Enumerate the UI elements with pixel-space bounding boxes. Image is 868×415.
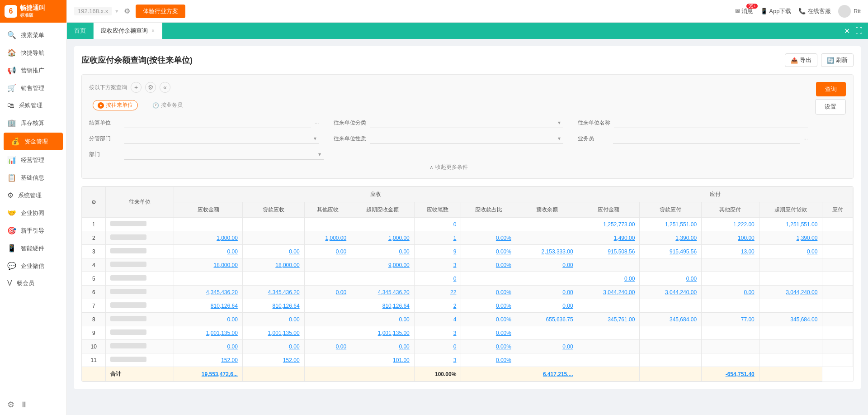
header-gear-icon[interactable]: ⚙	[124, 7, 130, 15]
export-button[interactable]: 📤 导出	[785, 53, 817, 67]
user-avatar-area[interactable]: Rit	[838, 5, 861, 18]
row-yingshou-5[interactable]: 0.00%	[461, 353, 516, 367]
row-yingshou-3[interactable]: 9,000.00	[351, 258, 415, 272]
row-yingshou-5[interactable]: 0.00%	[461, 258, 516, 272]
row-yingshou-3[interactable]: 1,000.00	[351, 231, 415, 245]
row-yingfu-3[interactable]: 0.00	[759, 245, 822, 258]
row-yingshou-4[interactable]: 0	[414, 340, 461, 353]
row-yingshou-3[interactable]: 810,126.64	[351, 299, 415, 313]
row-yingfu-1[interactable]: 345,684.00	[640, 313, 702, 326]
footer-yingfu-total[interactable]: 6,417,215....	[516, 367, 578, 382]
sidebar-item-guide[interactable]: 🎯 新手引导	[0, 222, 66, 239]
row-yingshou-1[interactable]: 18,000.00	[242, 258, 304, 272]
row-yingshou-6[interactable]: 2,153,333.00	[516, 245, 578, 258]
sidebar-item-operations[interactable]: 📊 经营管理	[0, 151, 66, 169]
row-yingshou-4[interactable]: 3	[414, 258, 461, 272]
scheme-by-salesman[interactable]: 🕐 按业务员	[149, 98, 186, 112]
row-yingshou-0[interactable]: 152.00	[174, 353, 243, 367]
row-yingfu-1[interactable]: 0.00	[640, 272, 702, 286]
window-maximize-icon[interactable]: ⛶	[855, 27, 863, 35]
refresh-button[interactable]: 🔄 刷新	[821, 53, 854, 67]
footer-yingfu-extra[interactable]: -654,751.40	[702, 367, 760, 382]
row-yingshou-0[interactable]: 810,126.64	[174, 299, 243, 313]
sidebar-item-quick-nav[interactable]: 🏠 快捷导航	[0, 44, 66, 62]
row-yingshou-3[interactable]: 1,001,135.00	[351, 326, 415, 340]
row-yingfu-0[interactable]: 345,761.00	[578, 313, 640, 326]
tab-home[interactable]: 首页	[67, 23, 94, 39]
row-yingfu-1[interactable]: 1,251,551.00	[640, 218, 702, 231]
row-yingfu-3[interactable]: 1,251,551.00	[759, 218, 822, 231]
row-yingshou-0[interactable]: 0.00	[174, 340, 243, 353]
row-yingfu-2[interactable]: 100.00	[702, 231, 760, 245]
row-yingshou-4[interactable]: 3	[414, 326, 461, 340]
row-yingshou-2[interactable]: 1,000.00	[304, 231, 351, 245]
row-yingshou-1[interactable]: 0.00	[242, 340, 304, 353]
row-yingfu-0[interactable]: 0.00	[578, 272, 640, 286]
row-yingshou-1[interactable]: 152.00	[242, 353, 304, 367]
row-yingshou-6[interactable]: 0.00	[516, 258, 578, 272]
row-yingshou-1[interactable]: 0.00	[242, 245, 304, 258]
online-service[interactable]: 📞 在线客服	[798, 7, 831, 15]
row-yingshou-3[interactable]: 0.00	[351, 313, 415, 326]
sidebar-item-inventory[interactable]: 🏢 库存核算	[0, 114, 66, 132]
sidebar-item-sales[interactable]: 🛒 销售管理	[0, 79, 66, 97]
row-yingfu-2[interactable]: 13.00	[702, 245, 760, 258]
sidebar-item-capital[interactable]: 💰 资金管理	[4, 133, 63, 150]
row-yingfu-2[interactable]: 1,222.00	[702, 218, 760, 231]
settings-footer-icon[interactable]: ⚙	[7, 400, 14, 410]
row-yingshou-1[interactable]: 810,126.64	[242, 299, 304, 313]
row-yingshou-0[interactable]: 0.00	[174, 245, 243, 258]
row-yingfu-2[interactable]: 0.00	[702, 286, 760, 299]
row-yingshou-4[interactable]: 22	[414, 286, 461, 299]
messages-wrapper[interactable]: ✉ 消息 99+	[735, 7, 754, 15]
row-yingshou-6[interactable]: 0.00	[516, 340, 578, 353]
row-yingshou-6[interactable]: 655,636.75	[516, 313, 578, 326]
query-button[interactable]: 查询	[816, 82, 846, 96]
row-yingshou-3[interactable]: 4,345,436.20	[351, 286, 415, 299]
row-yingshou-4[interactable]: 0	[414, 272, 461, 286]
row-yingshou-4[interactable]: 3	[414, 353, 461, 367]
row-yingfu-0[interactable]: 1,252,773.00	[578, 218, 640, 231]
row-yingfu-1[interactable]: 1,390.00	[640, 231, 702, 245]
row-yingshou-2[interactable]: 0.00	[304, 340, 351, 353]
row-yingshou-3[interactable]: 0.00	[351, 245, 415, 258]
collapse-button[interactable]: ∧ 收起更多条件	[429, 163, 468, 171]
row-yingshou-1[interactable]: 0.00	[242, 313, 304, 326]
sidebar-item-search[interactable]: 🔍 搜索菜单	[0, 26, 66, 44]
row-yingfu-3[interactable]: 3,044,240.00	[759, 286, 822, 299]
sidebar-item-system[interactable]: ⚙ 系统管理	[0, 186, 66, 204]
window-close-icon[interactable]: ✕	[844, 27, 850, 35]
sidebar-item-vip[interactable]: V 畅会员	[0, 275, 66, 292]
row-yingshou-0[interactable]: 1,001,135.00	[174, 326, 243, 340]
row-yingshou-0[interactable]: 1,000.00	[174, 231, 243, 245]
promo-button[interactable]: 体验行业方案	[136, 5, 185, 18]
row-yingshou-5[interactable]: 0.00%	[461, 313, 516, 326]
row-yingshou-5[interactable]: 0.00%	[461, 245, 516, 258]
row-yingfu-1[interactable]: 3,044,240.00	[640, 286, 702, 299]
scheme-by-partner[interactable]: ● 按往来单位	[89, 98, 142, 112]
table-settings-icon[interactable]: ⚙	[82, 187, 106, 218]
row-yingshou-3[interactable]: 0.00	[351, 340, 415, 353]
row-yingshou-3[interactable]: 101.00	[351, 353, 415, 367]
row-yingshou-5[interactable]: 0.00%	[461, 231, 516, 245]
row-yingshou-6[interactable]: 0.00	[516, 286, 578, 299]
row-yingshou-0[interactable]: 18,000.00	[174, 258, 243, 272]
app-download[interactable]: 📱 App下载	[760, 7, 791, 15]
scheme-settings-button[interactable]: ⚙	[145, 82, 156, 93]
row-yingfu-3[interactable]: 1,390.00	[759, 231, 822, 245]
field-input-settlement[interactable]	[124, 118, 311, 128]
row-yingshou-5[interactable]: 0.00%	[461, 286, 516, 299]
sidebar-item-marketing[interactable]: 📢 营销推广	[0, 62, 66, 79]
row-yingshou-4[interactable]: 2	[414, 299, 461, 313]
scheme-more-button[interactable]: «	[160, 82, 170, 93]
sidebar-item-corp[interactable]: 🤝 企业协同	[0, 204, 66, 222]
tab-ar-ap[interactable]: 应收应付余额查询 ×	[94, 23, 162, 39]
row-yingfu-0[interactable]: 915,508.56	[578, 245, 640, 258]
row-yingshou-4[interactable]: 1	[414, 231, 461, 245]
sidebar-item-hardware[interactable]: 📱 智能硬件	[0, 239, 66, 257]
row-yingshou-1[interactable]: 1,001,135.00	[242, 326, 304, 340]
field-input-salesman[interactable]	[613, 134, 800, 144]
row-yingshou-4[interactable]: 4	[414, 313, 461, 326]
field-select-partner-nature[interactable]: ▾	[370, 134, 564, 144]
field-input-partner-name[interactable]	[614, 118, 808, 128]
